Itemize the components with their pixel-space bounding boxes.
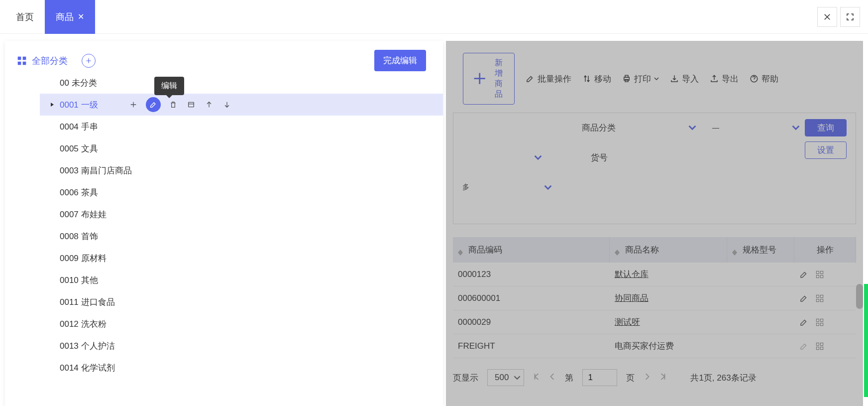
list-item[interactable]: 0005 文具	[40, 137, 443, 159]
expand-icon	[846, 12, 855, 21]
filter-unknown-1[interactable]	[462, 150, 542, 165]
filter-category-to[interactable]	[735, 120, 800, 135]
delete-button[interactable]	[168, 99, 179, 110]
filter-unknown-2[interactable]	[477, 180, 552, 195]
add-product-button[interactable]: 新增商品	[463, 53, 515, 105]
tooltip-text: 编辑	[161, 81, 177, 90]
list-item[interactable]: 0008 首饰	[40, 225, 443, 247]
export-icon	[710, 74, 719, 83]
plus-icon	[85, 57, 92, 64]
svg-rect-20	[820, 323, 823, 325]
folder-button[interactable]	[186, 99, 197, 110]
tabs-bar: 首页 商品 ✕	[0, 0, 868, 34]
edit-icon[interactable]	[799, 270, 808, 279]
list-item[interactable]: 0006 茶具	[40, 181, 443, 203]
table-row[interactable]: FREIGHT 电商买家付运费	[453, 334, 856, 358]
list-item[interactable]: 0001 一级	[40, 94, 443, 116]
th-code[interactable]: 商品编码	[453, 237, 610, 263]
product-table: 商品编码 商品名称 规格型号 操作	[453, 237, 856, 358]
print-icon	[622, 74, 631, 83]
edit-button[interactable]	[146, 97, 161, 112]
edit-icon[interactable]	[799, 318, 808, 327]
product-link[interactable]: 默认仓库	[615, 270, 649, 279]
import-button[interactable]: 导入	[670, 73, 699, 85]
svg-rect-13	[816, 295, 819, 297]
tab-product-label: 商品	[56, 11, 74, 23]
fullscreen-button[interactable]	[840, 7, 860, 27]
sort-icon	[615, 250, 620, 256]
svg-rect-24	[820, 347, 823, 349]
more-icon[interactable]	[815, 294, 824, 303]
tab-home[interactable]: 首页	[5, 0, 45, 34]
add-child-button[interactable]	[128, 99, 139, 110]
list-item[interactable]: 0012 洗衣粉	[40, 313, 443, 335]
svg-rect-16	[820, 299, 823, 301]
svg-rect-6	[625, 75, 628, 77]
list-item[interactable]: 0004 手串	[40, 116, 443, 137]
help-button[interactable]: 帮助	[750, 73, 778, 85]
svg-rect-15	[816, 299, 819, 301]
finish-edit-label: 完成编辑	[383, 56, 417, 65]
x-icon	[823, 12, 832, 21]
tab-home-label: 首页	[16, 11, 34, 23]
tab-product[interactable]: 商品 ✕	[45, 0, 95, 34]
page-prev[interactable]	[549, 373, 556, 383]
product-link[interactable]: 协同商品	[615, 293, 649, 303]
all-categories[interactable]: 全部分类	[17, 55, 68, 67]
move-button[interactable]: 移动	[582, 73, 611, 85]
close-all-button[interactable]	[817, 7, 837, 27]
th-spec[interactable]: 规格型号	[727, 237, 794, 263]
filter-panel: 商品分类 — 货号 多 查询 设置	[453, 113, 856, 224]
query-button[interactable]: 查询	[805, 119, 847, 136]
caret-right-icon	[50, 100, 55, 110]
per-page-select[interactable]: 500	[487, 369, 524, 386]
move-down-button[interactable]	[221, 99, 232, 110]
th-name[interactable]: 商品名称	[610, 237, 727, 263]
list-item[interactable]: 0007 布娃娃	[40, 203, 443, 225]
export-button[interactable]: 导出	[710, 73, 739, 85]
svg-rect-23	[816, 347, 819, 349]
print-button[interactable]: 打印	[622, 73, 659, 85]
more-icon[interactable]	[815, 342, 824, 351]
svg-rect-3	[23, 61, 26, 65]
list-item[interactable]: 0003 南昌门店商品	[40, 159, 443, 181]
page-first[interactable]	[533, 373, 540, 383]
settings-button[interactable]: 设置	[805, 141, 847, 159]
table-row[interactable]: 000600001 协同商品	[453, 286, 856, 310]
table-row[interactable]: 0000123 默认仓库	[453, 263, 856, 286]
product-text: 电商买家付运费	[615, 341, 674, 351]
page-last[interactable]	[659, 373, 666, 383]
import-icon	[670, 74, 679, 83]
list-item[interactable]: 0013 个人护洁	[40, 335, 443, 357]
more-icon[interactable]	[815, 270, 824, 279]
list-item[interactable]: 0010 其他	[40, 269, 443, 291]
th-ops: 操作	[794, 237, 856, 263]
add-category-button[interactable]	[82, 54, 96, 68]
svg-rect-2	[18, 61, 21, 65]
more-icon[interactable]	[815, 318, 824, 327]
sort-icon	[458, 250, 463, 256]
product-panel: 新增商品 批量操作 移动 打印 导入	[446, 41, 863, 406]
filter-category-from[interactable]	[632, 120, 696, 135]
finish-edit-button[interactable]: 完成编辑	[374, 50, 426, 71]
svg-rect-14	[820, 295, 823, 297]
category-list[interactable]: 00 未分类 0001 一级 0004 手串 0005 文具 0003 南昌门店…	[5, 72, 443, 401]
scrollbar-thumb[interactable]	[856, 284, 863, 309]
page-next[interactable]	[644, 373, 651, 383]
product-link[interactable]: 测试呀	[615, 317, 640, 327]
edit-icon[interactable]	[799, 294, 808, 303]
svg-rect-12	[820, 275, 823, 277]
table-row[interactable]: 0000029 测试呀	[453, 310, 856, 334]
page-input[interactable]	[582, 369, 617, 386]
list-item[interactable]	[40, 379, 443, 401]
list-item[interactable]: 0009 原材料	[40, 247, 443, 269]
list-item[interactable]: 0014 化学试剂	[40, 357, 443, 379]
per-page-label: 页显示	[453, 372, 478, 384]
list-item[interactable]: 00 未分类	[40, 72, 443, 94]
batch-button[interactable]: 批量操作	[526, 73, 571, 85]
list-item[interactable]: 0011 进口食品	[40, 291, 443, 313]
svg-rect-11	[816, 275, 819, 277]
close-icon[interactable]: ✕	[78, 12, 84, 21]
move-up-button[interactable]	[204, 99, 215, 110]
filter-category-label: 商品分类	[582, 122, 618, 134]
